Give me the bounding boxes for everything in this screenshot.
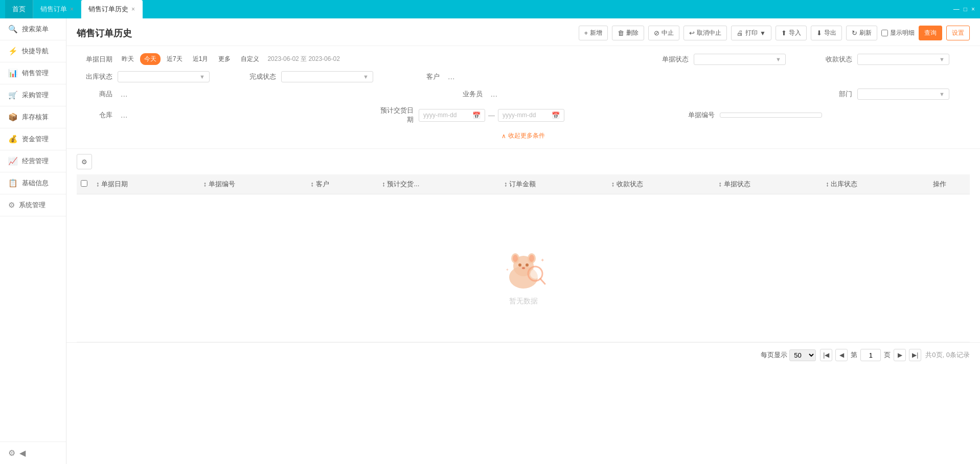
print-button[interactable]: 🖨 打印 ▼ [731,26,771,40]
delivery-date-to[interactable]: yyyy-mm-dd 📅 [498,109,564,122]
date-btn-1month[interactable]: 近1月 [189,53,213,65]
date-btn-yesterday[interactable]: 昨天 [118,53,138,65]
svg-text:✦: ✦ [506,268,509,272]
tab-home[interactable]: 首页 [5,0,33,18]
svg-line-11 [540,279,545,284]
print-icon: 🖨 [737,29,743,37]
table-footer: 每页显示 10 20 50 100 |◀ ◀ 第 页 ▶ ▶| [66,342,980,367]
display-columns-label: 显示明细 [890,29,915,37]
refresh-button[interactable]: ↻ 刷新 [846,26,877,40]
warehouse-dots-btn[interactable]: ... [118,111,130,120]
top-bar-controls: — □ × [953,6,975,13]
col-receipt-status[interactable]: ↕ 收款状态 [607,174,715,194]
close-sales-order-icon[interactable]: × [70,6,74,13]
first-page-button[interactable]: |◀ [820,349,832,361]
new-button[interactable]: + 新增 [579,26,608,40]
page-title: 销售订单历史 [77,27,132,39]
display-columns-checkbox[interactable]: 显示明细 [881,29,915,37]
table-settings-icon: ⚙ [81,158,87,166]
col-amount[interactable]: ↕ 订单金额 [500,174,607,194]
salesperson-dots-btn[interactable]: ... [488,90,500,99]
delete-button[interactable]: 🗑 删除 [612,26,644,40]
sidebar-item-finance[interactable]: 💰 资金管理 [0,128,66,150]
sidebar-item-basic-info[interactable]: 📋 基础信息 [0,172,66,194]
import-icon: ⬆ [781,29,787,37]
salesperson-label: 业务员 [447,90,488,99]
sidebar-collapse-icon[interactable]: ◀ [19,448,26,458]
cancel-stop-button[interactable]: ↩ 取消中止 [683,26,727,40]
goods-label: 商品 [77,90,118,99]
date-btn-today[interactable]: 今天 [140,53,161,65]
last-page-button[interactable]: ▶| [909,349,921,361]
complete-status-select[interactable]: ▼ [281,71,373,82]
delivery-date-from-text: yyyy-mm-dd [423,112,457,119]
sidebar-item-purchase[interactable]: 🛒 采购管理 [0,84,66,106]
empty-state-row: ✦ ✦ 暂无数据 [77,194,970,342]
col-date[interactable]: ↕ 单据日期 [92,174,199,194]
empty-state-cell: ✦ ✦ 暂无数据 [77,194,970,342]
col-number[interactable]: ↕ 单据编号 [199,174,307,194]
complete-status-label: 完成状态 [240,72,281,81]
sidebar-item-quick-nav[interactable]: ⚡ 快捷导航 [0,40,66,62]
svg-point-6 [518,263,521,267]
export-button[interactable]: ⬇ 导出 [811,26,842,40]
sidebar-item-operations-label: 经营管理 [22,157,49,166]
delivery-status-select[interactable]: ▼ [118,71,210,82]
display-columns-input[interactable] [881,30,888,36]
select-all-checkbox[interactable] [81,180,87,187]
col-doc-status[interactable]: ↕ 单据状态 [715,174,822,194]
finance-icon: 💰 [8,135,18,144]
receipt-chevron-icon: ▼ [939,56,945,62]
purchase-icon: 🛒 [8,91,18,100]
sidebar-item-inventory[interactable]: 📦 库存核算 [0,106,66,128]
sidebar-item-search-menu[interactable]: 🔍 搜索菜单 [0,18,66,40]
page-size-selector: 每页显示 10 20 50 100 [761,349,816,361]
date-btn-7days[interactable]: 近7天 [163,53,187,65]
minimize-icon[interactable]: — [953,6,960,13]
delivery-date-from[interactable]: yyyy-mm-dd 📅 [419,109,485,122]
department-control: ▼ [857,89,970,100]
col-delivery-status[interactable]: ↕ 出库状态 [822,174,929,194]
collapse-row[interactable]: ∧ 收起更多条件 [77,130,970,141]
receipt-status-select[interactable]: ▼ [857,54,949,65]
tab-sales-order-history[interactable]: 销售订单历史 × [81,0,143,18]
department-chevron-icon: ▼ [939,91,945,97]
date-btn-more[interactable]: 更多 [214,53,235,65]
sidebar-settings-icon[interactable]: ⚙ [8,448,15,458]
current-page-input[interactable] [860,349,881,361]
warehouse-control: ... [118,111,368,120]
close-history-icon[interactable]: × [131,6,135,13]
col-customer[interactable]: ↕ 客户 [306,174,378,194]
status-select[interactable]: ▼ [694,54,786,65]
next-page-button[interactable]: ▶ [894,349,906,361]
sidebar-item-sales[interactable]: 📊 销售管理 [0,62,66,84]
sidebar-item-finance-label: 资金管理 [22,135,49,144]
sidebar-item-operations[interactable]: 📈 经营管理 [0,150,66,172]
table-settings-button[interactable]: ⚙ [77,154,92,169]
import-button[interactable]: ⬆ 导入 [776,26,807,40]
goods-dots-btn[interactable]: ... [118,90,130,99]
page-of-label: 页 [884,350,891,360]
table-header-row: ↕ 单据日期 ↕ 单据编号 ↕ 客户 ↕ 预计交货... [77,174,970,194]
col-delivery-date[interactable]: ↕ 预计交货... [378,174,500,194]
complete-status-control: ▼ [281,71,394,82]
sidebar-item-system[interactable]: ⚙ 系统管理 [0,194,66,216]
window-close-icon[interactable]: × [971,6,975,13]
per-page-select[interactable]: 10 20 50 100 [789,349,816,361]
customer-label: 客户 [404,72,445,81]
stop-button[interactable]: ⊘ 中止 [648,26,679,40]
inventory-icon: 📦 [8,113,18,122]
filter-row-1: 单据日期 昨天 今天 近7天 近1月 更多 自定义 2023-06-02 至 2… [77,53,970,65]
date-btn-custom[interactable]: 自定义 [237,53,263,65]
query-button[interactable]: 查询 [919,26,942,40]
order-no-input[interactable] [720,113,822,118]
settings-button[interactable]: 设置 [946,26,970,40]
col-doc-status-label: ↕ 单据状态 [719,180,750,188]
refresh-label: 刷新 [859,29,872,37]
tab-sales-order[interactable]: 销售订单 × [33,0,81,18]
status-filter-label: 单据状态 [653,55,694,64]
prev-page-button[interactable]: ◀ [835,349,848,361]
department-select[interactable]: ▼ [857,89,949,100]
maximize-icon[interactable]: □ [964,6,967,13]
customer-dots-btn[interactable]: ... [445,72,458,81]
